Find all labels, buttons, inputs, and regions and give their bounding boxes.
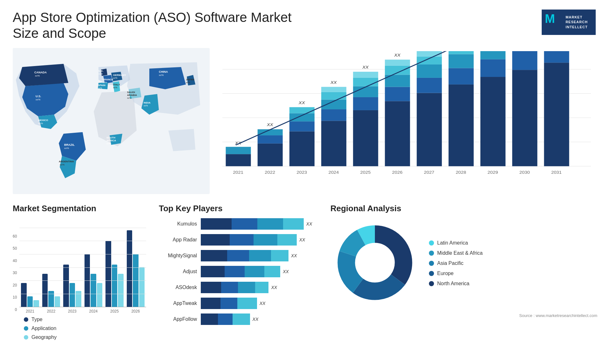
svg-text:XX: XX bbox=[330, 80, 337, 84]
legend-label-type: Type bbox=[31, 317, 43, 322]
seg-legend-geography: Geography bbox=[24, 334, 146, 340]
svg-rect-49 bbox=[289, 113, 315, 121]
seg-bar bbox=[118, 274, 123, 307]
players-title: Top Key Players bbox=[159, 204, 318, 213]
player-xx-mightysignal: XX bbox=[291, 253, 297, 258]
svg-text:xx%: xx% bbox=[64, 147, 69, 150]
page-title: App Store Optimization (ASO) Software Ma… bbox=[13, 10, 299, 42]
seg-bar bbox=[105, 241, 111, 307]
svg-rect-67 bbox=[385, 101, 410, 166]
svg-rect-64 bbox=[353, 72, 378, 78]
player-name-appradar: App Radar bbox=[159, 237, 197, 243]
svg-text:2030: 2030 bbox=[519, 170, 530, 175]
seg-y-axis: 60 50 40 30 20 10 0 bbox=[13, 234, 17, 313]
player-bar-appradar: XX bbox=[201, 234, 318, 246]
svg-text:XX: XX bbox=[362, 65, 369, 70]
legend-dot-application bbox=[24, 326, 28, 331]
bar-chart-container: XX 2021 XX 2022 XX 2023 bbox=[222, 51, 591, 181]
svg-text:2026: 2026 bbox=[392, 170, 403, 175]
svg-rect-53 bbox=[321, 121, 346, 166]
svg-rect-50 bbox=[289, 107, 315, 113]
svg-rect-63 bbox=[353, 78, 378, 86]
regional-label-northamerica: North America bbox=[437, 281, 469, 286]
regional-label-latin: Latin America bbox=[437, 240, 468, 246]
svg-text:SAUDI: SAUDI bbox=[127, 91, 135, 94]
svg-text:xx%: xx% bbox=[186, 81, 190, 84]
svg-rect-48 bbox=[289, 121, 315, 131]
svg-text:U.S.: U.S. bbox=[36, 95, 41, 98]
svg-text:2025: 2025 bbox=[360, 170, 371, 175]
svg-rect-68 bbox=[385, 87, 410, 101]
regional-legend-northamerica: North America bbox=[429, 281, 483, 286]
svg-rect-39 bbox=[226, 147, 251, 154]
svg-text:2027: 2027 bbox=[424, 170, 434, 175]
svg-text:2028: 2028 bbox=[456, 170, 466, 175]
svg-rect-95 bbox=[512, 70, 537, 166]
player-bar-apptweak: XX bbox=[201, 298, 318, 309]
source-text: Source : www.marketresearchintellect.com bbox=[330, 313, 597, 318]
svg-text:xx%: xx% bbox=[38, 122, 43, 125]
svg-rect-77 bbox=[417, 57, 442, 64]
regional-legend: Latin America Middle East & Africa Asia … bbox=[429, 240, 483, 286]
svg-text:JAPAN: JAPAN bbox=[186, 78, 194, 81]
player-xx-appfollow: XX bbox=[253, 317, 259, 322]
svg-rect-76 bbox=[417, 64, 442, 78]
donut-chart bbox=[330, 218, 419, 308]
seg-bar bbox=[55, 296, 60, 307]
svg-text:ARGENTINA: ARGENTINA bbox=[59, 160, 74, 163]
svg-rect-62 bbox=[353, 86, 378, 97]
svg-rect-42 bbox=[258, 144, 283, 166]
svg-text:xx%: xx% bbox=[103, 81, 107, 84]
svg-text:CHINA: CHINA bbox=[159, 70, 168, 73]
svg-rect-54 bbox=[321, 109, 346, 121]
svg-text:MEXICO: MEXICO bbox=[38, 119, 48, 122]
regional-dot-northamerica bbox=[429, 281, 434, 286]
svg-text:xx%: xx% bbox=[144, 104, 148, 107]
svg-rect-75 bbox=[417, 78, 442, 93]
legend-label-application: Application bbox=[31, 326, 56, 331]
svg-rect-57 bbox=[321, 87, 346, 92]
player-row-appfollow: AppFollow XX bbox=[159, 313, 318, 325]
logo: M MARKET RESEARCH INTELLECT bbox=[540, 10, 597, 35]
seg-bar bbox=[21, 283, 26, 307]
svg-rect-70 bbox=[385, 66, 410, 75]
svg-rect-102 bbox=[544, 63, 569, 166]
seg-bars-wrapper bbox=[19, 228, 146, 307]
svg-text:ITALY: ITALY bbox=[113, 83, 120, 86]
svg-text:xx%: xx% bbox=[36, 98, 40, 101]
player-name-asodesk: ASOdesk bbox=[159, 285, 197, 290]
regional-dot-latin bbox=[429, 240, 434, 246]
svg-text:INDIA: INDIA bbox=[144, 101, 151, 104]
player-name-apptweak: AppTweak bbox=[159, 300, 197, 306]
player-row-apptweak: AppTweak XX bbox=[159, 298, 318, 309]
regional-title: Regional Analysis bbox=[330, 204, 597, 213]
player-name-adjust: Adjust bbox=[159, 269, 197, 274]
seg-bar bbox=[27, 296, 33, 307]
player-xx-kumulos: XX bbox=[306, 221, 312, 226]
player-name-appfollow: AppFollow bbox=[159, 316, 197, 322]
donut-container: Latin America Middle East & Africa Asia … bbox=[330, 218, 597, 308]
svg-rect-82 bbox=[449, 68, 474, 84]
player-row-asodesk: ASOdesk XX bbox=[159, 282, 318, 293]
segmentation-section: Market Segmentation 60 50 40 30 20 10 0 bbox=[13, 204, 146, 337]
svg-text:FRANCE: FRANCE bbox=[103, 78, 113, 81]
svg-text:xx%: xx% bbox=[159, 74, 164, 77]
player-row-appradar: App Radar XX bbox=[159, 234, 318, 246]
svg-text:SPAIN: SPAIN bbox=[98, 84, 105, 87]
svg-point-116 bbox=[355, 243, 395, 282]
regional-legend-mea: Middle East & Africa bbox=[429, 250, 483, 256]
svg-text:SOUTH: SOUTH bbox=[106, 136, 115, 139]
bar-chart-section: XX 2021 XX 2022 XX 2023 bbox=[219, 48, 597, 194]
svg-text:xx%: xx% bbox=[98, 87, 102, 89]
svg-rect-56 bbox=[321, 92, 346, 100]
legend-label-geography: Geography bbox=[31, 334, 57, 340]
players-list: Kumulos XX App Radar bbox=[159, 218, 318, 325]
logo-box: M MARKET RESEARCH INTELLECT bbox=[542, 10, 596, 35]
player-row-adjust: Adjust XX bbox=[159, 266, 318, 277]
svg-text:XX: XX bbox=[394, 53, 401, 57]
player-xx-apptweak: XX bbox=[260, 301, 266, 306]
regional-label-mea: Middle East & Africa bbox=[437, 250, 483, 256]
regional-label-europe: Europe bbox=[437, 271, 454, 276]
regional-label-asiapac: Asia Pacific bbox=[437, 260, 464, 266]
page-header: App Store Optimization (ASO) Software Ma… bbox=[13, 10, 597, 42]
